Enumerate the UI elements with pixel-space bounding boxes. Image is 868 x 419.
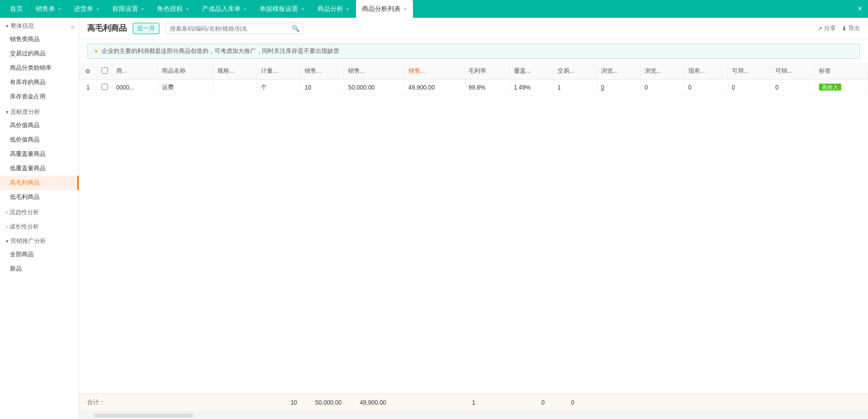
- sidebar-group-growth[interactable]: › 成长性分析: [0, 219, 79, 233]
- select-all-checkbox[interactable]: [102, 67, 108, 74]
- cell-checkbox[interactable]: [97, 80, 112, 95]
- col-header-code[interactable]: ⋮ 商...: [112, 63, 158, 80]
- sidebar-item-high-coverage[interactable]: 高覆盖量商品: [0, 147, 79, 161]
- data-table-container: ⚙ ⋮ 商... ⋮ 商品名称: [79, 63, 868, 401]
- cell-code: 0000...: [112, 80, 158, 95]
- sidebar: « ▾ 整体信息 销售类商品 交易过的商品 商品分类助销率 有库存的商品 库存资…: [0, 18, 79, 419]
- cell-browse1[interactable]: 0: [597, 80, 640, 95]
- tab-product-analysis[interactable]: 商品分析 ×: [311, 0, 355, 18]
- cell-unit: 个: [257, 80, 301, 95]
- cell-coverage: 1.49%: [510, 80, 553, 95]
- search-icon[interactable]: 🔍: [292, 25, 300, 32]
- sidebar-group-trend[interactable]: › 流趋性分析: [0, 204, 79, 219]
- tab-product-analysis-list-close[interactable]: ×: [404, 6, 407, 12]
- col-header-trade[interactable]: ⋮ 交易...: [553, 63, 597, 80]
- sidebar-group-trend-arrow: ›: [6, 210, 7, 215]
- footer-trade: 1: [450, 399, 479, 406]
- table-header-row: ⚙ ⋮ 商... ⋮ 商品名称: [79, 63, 868, 80]
- sidebar-item-category-rate[interactable]: 商品分类助销率: [0, 61, 79, 75]
- tab-purchase-close[interactable]: ×: [96, 6, 99, 12]
- sidebar-item-sales-goods[interactable]: 销售类商品: [0, 32, 79, 47]
- cell-browse2: 0: [640, 80, 684, 95]
- content-header: 高毛利商品 近一月 🔍 ↗ 分享 ⬇ 导出: [79, 18, 868, 40]
- share-icon: ↗: [817, 25, 822, 32]
- col-header-stock[interactable]: ⋮ 现有...: [684, 63, 727, 80]
- sidebar-item-high-value[interactable]: 高价值商品: [0, 118, 79, 133]
- footer-total-bar: 合计： 10 50,000.00 49,900.00 1 0 0: [79, 393, 868, 411]
- footer-sales2: 50,000.00: [301, 399, 346, 406]
- window-close-button[interactable]: ×: [858, 4, 862, 13]
- search-input[interactable]: [170, 25, 290, 32]
- col-header-sales3[interactable]: ⋮ 销售...: [404, 63, 464, 80]
- horizontal-scrollbar[interactable]: [79, 411, 868, 419]
- col-header-available[interactable]: ⋮ 可用...: [727, 63, 771, 80]
- sidebar-group-contribution-arrow: ▾: [6, 109, 8, 115]
- col-header-coverage[interactable]: ⋮ 覆盖...: [510, 63, 553, 80]
- col-header-tag[interactable]: ⋮ 标签: [815, 63, 868, 80]
- sidebar-group-overall[interactable]: ▾ 整体信息: [0, 18, 79, 32]
- tab-permission-close[interactable]: ×: [141, 6, 144, 12]
- tab-role-close[interactable]: ×: [186, 6, 189, 12]
- scrollbar-thumb[interactable]: [94, 414, 193, 418]
- col-header-sales1[interactable]: ⋮ 销售...: [301, 63, 344, 80]
- share-button[interactable]: ↗ 分享: [817, 24, 836, 33]
- sidebar-group-marketing[interactable]: ▾ 营销推广分析: [0, 233, 79, 247]
- sidebar-item-new-goods[interactable]: 新品: [0, 262, 79, 276]
- tab-sales-close[interactable]: ×: [58, 6, 61, 12]
- cell-sales2: 50,000.00: [344, 80, 404, 95]
- col-header-checkbox[interactable]: [97, 63, 112, 80]
- tab-product-inbound[interactable]: 产成品入库单 ×: [196, 0, 253, 18]
- tab-template-close[interactable]: ×: [301, 6, 304, 12]
- tab-product-analysis-list[interactable]: 商品分析列表 ×: [356, 0, 412, 18]
- footer-label: 合计：: [87, 398, 105, 407]
- table-row: 1 0000... 运费 个 10 50,000.00 49,900.00: [79, 80, 868, 95]
- info-banner: ✦ 企业的主要的利润都是这部分商品创造的，可考虑加大推广，同时关注库存是不要出现…: [87, 44, 860, 59]
- time-filter-button[interactable]: 近一月: [133, 23, 159, 34]
- cell-trade: 1: [553, 80, 597, 95]
- sidebar-collapse-button[interactable]: «: [71, 23, 75, 31]
- sidebar-item-traded-goods[interactable]: 交易过的商品: [0, 47, 79, 61]
- sidebar-item-stock-capital[interactable]: 库存资金占用: [0, 90, 79, 104]
- col-header-name[interactable]: ⋮ 商品名称: [158, 63, 213, 80]
- col-header-browse1[interactable]: ⋮ 浏览...: [597, 63, 640, 80]
- tab-product-inbound-close[interactable]: ×: [244, 6, 247, 12]
- sidebar-item-in-stock[interactable]: 有库存的商品: [0, 75, 79, 90]
- cell-num: 1: [79, 80, 97, 95]
- tab-purchase[interactable]: 进货单 ×: [68, 0, 105, 18]
- sidebar-item-low-coverage[interactable]: 低覆盖量商品: [0, 161, 79, 176]
- cell-sales1: 10: [301, 80, 344, 95]
- row-checkbox[interactable]: [102, 84, 108, 90]
- tab-product-analysis-close[interactable]: ×: [346, 6, 349, 12]
- sidebar-group-growth-arrow: ›: [6, 224, 7, 230]
- tab-home[interactable]: 首页: [4, 0, 29, 18]
- footer-sales1: 10: [271, 399, 301, 406]
- cell-stock: 0: [684, 80, 727, 95]
- tab-sales-label: 销售单: [36, 4, 55, 13]
- tab-sales[interactable]: 销售单 ×: [30, 0, 67, 18]
- tab-role-label: 角色授权: [157, 4, 183, 13]
- tab-purchase-label: 进货单: [74, 4, 93, 13]
- export-button[interactable]: ⬇ 导出: [842, 24, 860, 33]
- info-banner-text: 企业的主要的利润都是这部分商品创造的，可考虑加大推广，同时关注库存是不要出现缺货: [102, 47, 339, 55]
- footer-spacer3: [479, 399, 519, 406]
- tab-product-analysis-list-label: 商品分析列表: [362, 4, 401, 13]
- sidebar-item-low-value[interactable]: 低价值商品: [0, 133, 79, 147]
- tab-permission[interactable]: 权限设置 ×: [106, 0, 150, 18]
- sidebar-item-all-goods[interactable]: 全部商品: [0, 247, 79, 262]
- tab-template[interactable]: 单据模板设置 ×: [254, 0, 310, 18]
- col-header-spec[interactable]: ⋮ 规格...: [213, 63, 257, 80]
- sidebar-group-contribution[interactable]: ▾ 贡献度分析: [0, 104, 79, 118]
- settings-icon[interactable]: ⚙: [85, 68, 91, 75]
- sidebar-item-high-margin[interactable]: 高毛利商品: [0, 176, 79, 190]
- sidebar-group-overall-title: 整体信息: [10, 22, 34, 30]
- col-header-sales2[interactable]: ⋮ 销售...: [344, 63, 404, 80]
- tab-role[interactable]: 角色授权 ×: [151, 0, 195, 18]
- content-area: 高毛利商品 近一月 🔍 ↗ 分享 ⬇ 导出 ✦ 企业的主要的利润都是这部分商品创…: [79, 18, 868, 419]
- col-header-saleable[interactable]: ⋮ 可销...: [771, 63, 815, 80]
- col-header-unit[interactable]: ⋮ 计量...: [257, 63, 301, 80]
- col-header-gross-rate[interactable]: ⋮ 毛利率: [464, 63, 510, 80]
- cell-tag: 高收入: [815, 80, 868, 95]
- sidebar-group-contribution-title: 贡献度分析: [10, 108, 40, 116]
- col-header-browse2[interactable]: ⋮ 浏览...: [640, 63, 684, 80]
- sidebar-item-low-margin[interactable]: 低毛利商品: [0, 190, 79, 204]
